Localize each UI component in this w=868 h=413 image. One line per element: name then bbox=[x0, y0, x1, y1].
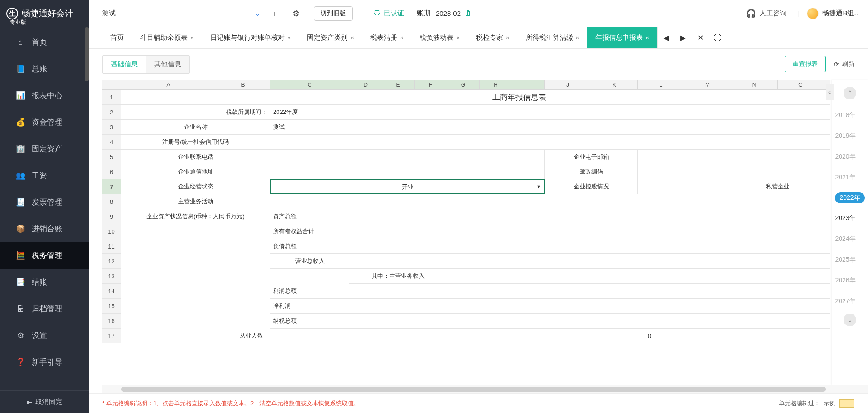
year-2022年[interactable]: 2022年 bbox=[835, 192, 864, 203]
close-icon[interactable]: × bbox=[350, 34, 354, 41]
year-2025年[interactable]: 2025年 bbox=[835, 249, 864, 270]
col-header-H[interactable]: H bbox=[480, 80, 512, 90]
col-header-D[interactable]: D bbox=[349, 80, 382, 90]
switch-old-button[interactable]: 切到旧版 bbox=[314, 6, 353, 21]
year-2023年[interactable]: 2023年 bbox=[835, 208, 864, 229]
period-value-cell[interactable]: 2022年度 bbox=[270, 105, 830, 120]
close-icon[interactable]: × bbox=[190, 34, 194, 41]
col-header-I[interactable]: I bbox=[512, 80, 545, 90]
tab-0[interactable]: 首页 bbox=[102, 27, 132, 48]
business-status-dropdown[interactable]: 开业▼ bbox=[270, 179, 545, 194]
col-header-C[interactable]: C bbox=[270, 80, 349, 90]
headset-icon: 🎧 bbox=[746, 9, 756, 19]
col-header-N[interactable]: N bbox=[731, 80, 778, 90]
sidebar-item-9[interactable]: 📑结账 bbox=[0, 269, 89, 296]
add-button[interactable]: ＋ bbox=[267, 6, 282, 21]
subtab-1[interactable]: 其他信息 bbox=[146, 56, 189, 73]
tab-next[interactable]: ▶ bbox=[675, 27, 692, 48]
tab-8[interactable]: 年报信息申报表× bbox=[587, 27, 657, 48]
col-header-O[interactable]: O bbox=[778, 80, 824, 90]
close-icon[interactable]: × bbox=[576, 34, 580, 41]
dropdown-arrow-icon: ▼ bbox=[536, 184, 541, 189]
sidebar-scrollbar[interactable] bbox=[85, 27, 89, 81]
sidebar-item-6[interactable]: 🧾发票管理 bbox=[0, 189, 89, 216]
period-label-cell[interactable]: 税款所属期间： bbox=[121, 105, 270, 120]
close-icon[interactable]: × bbox=[400, 34, 404, 41]
close-icon[interactable]: × bbox=[646, 34, 649, 41]
sidebar-item-0[interactable]: ⌂首页 bbox=[0, 29, 89, 56]
year-down-button[interactable]: ⌄ bbox=[844, 314, 856, 326]
sidebar-item-5[interactable]: 👥工资 bbox=[0, 162, 89, 189]
holding-value-cell[interactable]: 私营企业 bbox=[638, 179, 830, 194]
col-header-K[interactable]: K bbox=[591, 80, 638, 90]
nav-icon: ❓ bbox=[15, 357, 25, 367]
company-selector[interactable]: 测试 ⌄ bbox=[102, 5, 260, 22]
sidebar-item-12[interactable]: ❓新手引导 bbox=[0, 349, 89, 375]
sidebar-item-3[interactable]: 💰资金管理 bbox=[0, 109, 89, 136]
period-label: 账期 bbox=[417, 9, 430, 18]
tab-close-all[interactable]: ✕ bbox=[692, 27, 709, 48]
sidebar-item-4[interactable]: 🏢固定资产 bbox=[0, 136, 89, 162]
col-header-A[interactable]: A bbox=[121, 80, 216, 90]
sheet-title[interactable]: 工商年报信息表 bbox=[121, 90, 830, 105]
close-icon[interactable]: × bbox=[288, 34, 291, 41]
example-label: 示例 bbox=[824, 399, 835, 408]
nav-icon: 🏢 bbox=[15, 144, 25, 154]
col-header-G[interactable]: G bbox=[447, 80, 480, 90]
nav-icon: 🧮 bbox=[15, 251, 25, 261]
calendar-icon[interactable]: 🗓 bbox=[464, 9, 472, 18]
consult-button[interactable]: 🎧 人工咨询 bbox=[746, 9, 787, 19]
col-header-E[interactable]: E bbox=[382, 80, 415, 90]
footer: * 单元格编辑说明：1、点击单元格直接录入数值或文本。2、清空单元格数值或文本恢… bbox=[89, 393, 868, 413]
horizontal-scrollbar[interactable] bbox=[102, 385, 868, 393]
col-header-B[interactable]: B bbox=[216, 80, 270, 90]
tab-1[interactable]: 斗目辅助余额表× bbox=[132, 27, 202, 48]
year-2018年[interactable]: 2018年 bbox=[835, 105, 864, 126]
close-icon[interactable]: × bbox=[456, 34, 460, 41]
unpin-button[interactable]: ⇤ 取消固定 bbox=[0, 390, 89, 413]
col-header-M[interactable]: M bbox=[684, 80, 731, 90]
col-header-J[interactable]: J bbox=[545, 80, 591, 90]
sidebar-item-2[interactable]: 📊报表中心 bbox=[0, 82, 89, 109]
sidebar-item-10[interactable]: 🗄归档管理 bbox=[0, 296, 89, 322]
reset-report-button[interactable]: 重置报表 bbox=[785, 56, 826, 72]
brand-edition: 专业版 bbox=[10, 19, 26, 26]
employee-count-cell[interactable]: 0 bbox=[382, 329, 830, 343]
shield-icon: 🛡 bbox=[373, 9, 381, 18]
subtab-0[interactable]: 基础信息 bbox=[103, 56, 146, 73]
year-2019年[interactable]: 2019年 bbox=[835, 126, 864, 146]
col-header-F[interactable]: F bbox=[415, 80, 447, 90]
year-2026年[interactable]: 2026年 bbox=[835, 270, 864, 291]
year-2024年[interactable]: 2024年 bbox=[835, 229, 864, 249]
company-name-cell[interactable]: 测试 bbox=[270, 120, 830, 135]
tab-prev[interactable]: ◀ bbox=[657, 27, 675, 48]
spreadsheet[interactable]: ABCDEFGHIJKLMNOPQ1工商年报信息表2税款所属期间：2022年度3… bbox=[102, 80, 830, 385]
tab-bar: 首页斗目辅助余额表×日记账与银行对账单核对×固定资产类别×税表清册×税负波动表×… bbox=[89, 27, 868, 49]
col-header-L[interactable]: L bbox=[638, 80, 684, 90]
edited-label: 单元格编辑过： bbox=[779, 399, 820, 408]
close-icon[interactable]: × bbox=[506, 34, 509, 41]
subtab-group: 基础信息其他信息 bbox=[102, 55, 190, 74]
tab-5[interactable]: 税负波动表× bbox=[411, 27, 468, 48]
sidebar-item-11[interactable]: ⚙设置 bbox=[0, 322, 89, 349]
tab-2[interactable]: 日记账与银行对账单核对× bbox=[202, 27, 299, 48]
tab-6[interactable]: 税检专家× bbox=[468, 27, 518, 48]
fullscreen-button[interactable]: ⛶ bbox=[709, 27, 726, 48]
year-up-button[interactable]: ⌃ bbox=[844, 87, 856, 99]
year-2021年[interactable]: 2021年 bbox=[835, 167, 864, 188]
user-menu[interactable]: 畅捷通B组... bbox=[807, 8, 860, 19]
asset-info-label[interactable]: 企业资产状况信息(币种：人民币万元) bbox=[121, 209, 270, 224]
year-2020年[interactable]: 2020年 bbox=[835, 146, 864, 167]
tab-3[interactable]: 固定资产类别× bbox=[299, 27, 362, 48]
tab-7[interactable]: 所得税汇算清缴× bbox=[518, 27, 588, 48]
tab-4[interactable]: 税表清册× bbox=[362, 27, 412, 48]
sidebar-item-7[interactable]: 📦进销台账 bbox=[0, 216, 89, 242]
year-2027年[interactable]: 2027年 bbox=[835, 291, 864, 312]
sidebar-item-8[interactable]: 🧮税务管理 bbox=[0, 242, 89, 269]
year-rail: « ⌃ 2018年2019年2020年2021年2022年2023年2024年2… bbox=[832, 80, 868, 385]
sidebar-item-1[interactable]: 📘总账 bbox=[0, 56, 89, 82]
settings-icon[interactable]: ⚙ bbox=[288, 6, 304, 21]
collapse-rail-button[interactable]: « bbox=[826, 84, 834, 100]
logo-icon: 生 bbox=[6, 8, 18, 19]
refresh-button[interactable]: ⟳ 刷新 bbox=[834, 60, 854, 68]
